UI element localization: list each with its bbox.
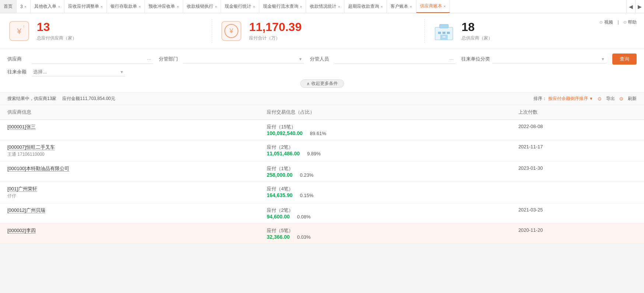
nav-tab-customer-ledger-label: 客户账本 [391,3,408,10]
summary-bar: ¥ ↑ 13 总应付供应商（家） ¥ 11,170.39 应付合计（万） [0,13,644,49]
th-tx-info: 应付交易信息（占比） [259,105,511,120]
tx-amount[interactable]: 100,092,540.00 [267,130,302,136]
nav-tab-customer-ledger[interactable]: 客户账本 × [387,0,416,13]
person-input[interactable] [336,56,448,62]
supplier-link[interactable]: [001]广州荣轩 [7,186,37,192]
dept-input[interactable] [185,56,299,62]
nav-tab-supplier-ledger-close[interactable]: × [444,4,446,8]
nav-tab-customer-ledger-close[interactable]: × [410,4,412,9]
category-input-container[interactable]: ▼ [492,55,607,63]
results-bar-right: 排序： 按应付余额倒序排序 ▼ ⊙ 导出 ⊙ 刷新 [533,96,637,102]
nav-tab-prepay-close[interactable]: × [176,4,179,9]
summary-card-payable-content: 13 总应付供应商（家） [37,21,77,41]
export-button[interactable]: 导出 [606,96,615,102]
category-label: 往来单位分类 [461,56,490,62]
supplier-link[interactable]: [000100]本特勤油品有限公司 [7,166,69,172]
results-summary-1: 搜索结果中，供应商13家 [7,96,56,102]
supplier-link[interactable]: [000007]恒旺二手叉车 [7,144,55,150]
balance-label: 往来余额 [7,69,29,75]
nav-tab-cash-flow-label: 现金银行流水查询 [263,3,298,10]
search-button[interactable]: 查询 [612,54,637,65]
person-label: 分管人员 [310,56,332,62]
video-link[interactable]: ⊙ 视频 [599,19,613,25]
svg-text:↑: ↑ [22,24,25,29]
category-dropdown-icon[interactable]: ▼ [601,57,605,61]
nav-left-arrow[interactable]: ◀ [626,0,635,13]
svg-rect-7 [440,24,448,28]
nav-tab-receipt-stat[interactable]: 收款情况统计 × [306,0,344,13]
nav-tab-3[interactable]: 3 × [17,0,31,13]
refresh-button[interactable]: 刷新 [628,96,637,102]
separator: ｜ [616,19,620,25]
dept-input-container[interactable]: ▼ [183,55,304,63]
supplier-link[interactable]: [000002]李四 [7,228,36,234]
filter-dept: 分管部门 ▼ [159,55,304,63]
balance-input[interactable] [33,69,120,75]
tx-percent: 0.15% [300,193,314,198]
tx-label: 应付（2笔） [267,144,504,151]
results-bar: 搜索结果中，供应商13家 应付金额111,703,854.00元 排序： 按应付… [0,93,644,105]
tx-amount[interactable]: 94,600.00 [267,214,290,220]
balance-dropdown-icon[interactable]: ▼ [120,70,124,74]
nav-tab-other-income[interactable]: 其他收入单 × [31,0,64,13]
supplier-input-container[interactable]: ··· [32,55,153,64]
nav-tab-adjustment[interactable]: 应收应付调整单 × [64,0,107,13]
tx-amount[interactable]: 11,051,486.00 [267,151,300,156]
top-right-links: ⊙ 视频 ｜ ⊙ 帮助 [599,19,637,25]
person-input-container[interactable]: ··· [334,55,455,64]
dept-dropdown-icon[interactable]: ▼ [298,57,302,61]
collapse-button[interactable]: ∧ 收起更多条件 [300,79,344,88]
nav-tab-cash-stat[interactable]: 现金银行统计 × [221,0,259,13]
payable-suppliers-number: 13 [37,21,77,34]
nav-tab-collection[interactable]: 收款核销执行 × [183,0,221,13]
supplier-link[interactable]: [000012]广州贝瑞 [7,207,45,213]
tx-info-cell: 应付（2笔）11,051,486.009.89% [259,140,511,162]
sort-dropdown-icon[interactable]: ▼ [589,96,593,101]
nav-right-arrow[interactable]: ▶ [635,0,644,13]
help-link[interactable]: ⊙ 帮助 [623,19,637,25]
nav-tab-receipt-stat-close[interactable]: × [338,4,340,9]
nav-tab-bank-label: 银行存取款单 [111,3,137,10]
last-date-cell: 2022-08-08 [511,120,644,140]
main-table: 供应商信息 应付交易信息（占比） 上次付数 [000001]张三应付（15笔）1… [0,105,644,244]
tx-amount[interactable]: 164,635.90 [267,192,293,198]
table-row: [000001]张三应付（15笔）100,092,540.0089.61%202… [0,120,644,140]
nav-tab-cash-flow-close[interactable]: × [300,4,302,9]
nav-tab-cash-stat-close[interactable]: × [253,4,255,9]
nav-tab-bank[interactable]: 银行存取款单 × [107,0,145,13]
supplier-ellipsis-icon[interactable]: ··· [147,56,151,62]
tx-label: 应付（1笔） [267,165,504,172]
tx-percent: 0.08% [297,214,311,220]
supplier-link[interactable]: [000001]张三 [7,124,36,130]
table-row: [000012]广州贝瑞应付（2笔）94,600.000.08%2021-03-… [0,203,644,224]
tx-amount[interactable]: 258,000.00 [267,172,293,178]
nav-tab-supplier-ledger[interactable]: 供应商账本 × [416,0,450,13]
nav-tab-home[interactable]: 首页 [0,0,17,13]
tx-label: 应付（5笔） [267,227,504,234]
tx-label: 应付（2笔） [267,207,504,214]
supplier-sub: 王通 17106110000 [7,151,252,158]
tx-amount[interactable]: 32,366.00 [267,234,290,240]
export-icon: ⊙ [598,96,602,101]
nav-tab-overdue-close[interactable]: × [381,4,383,9]
balance-input-container[interactable]: ▼ [32,68,125,76]
th-supplier-info: 供应商信息 [0,105,259,120]
tx-percent: 9.89% [307,151,321,156]
person-ellipsis-icon[interactable]: ··· [449,56,454,62]
nav-tab-3-close[interactable]: × [24,4,27,9]
nav-tab-cash-flow[interactable]: 现金银行流水查询 × [259,0,306,13]
nav-tab-adjustment-close[interactable]: × [101,4,103,9]
sort-label: 排序： 按应付余额倒序排序 ▼ [533,96,593,102]
supplier-info-cell: [000007]恒旺二手叉车王通 17106110000 [0,140,259,162]
nav-tab-other-income-close[interactable]: × [58,4,60,9]
nav-tab-collection-close[interactable]: × [215,4,217,9]
category-input[interactable] [494,56,601,62]
supplier-input[interactable] [33,56,146,62]
nav-tab-adjustment-label: 应收应付调整单 [68,3,99,10]
nav-tab-overdue[interactable]: 超期应收款查询 × [344,0,387,13]
results-bar-left: 搜索结果中，供应商13家 应付金额111,703,854.00元 [7,96,115,102]
nav-tab-bank-close[interactable]: × [139,4,141,9]
nav-tab-prepay[interactable]: 预收冲应收单 × [145,0,183,13]
table-body: [000001]张三应付（15笔）100,092,540.0089.61%202… [0,120,644,244]
tx-row: 258,000.000.23% [267,172,504,178]
